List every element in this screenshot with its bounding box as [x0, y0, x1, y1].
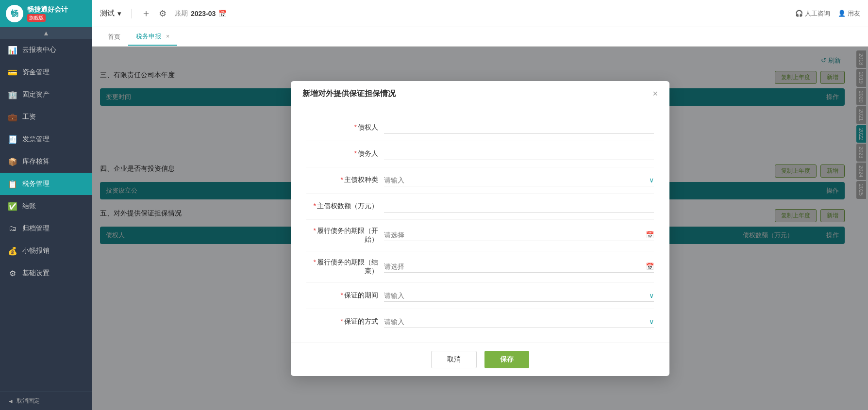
form-row-guarantee-period: *保证的期间 ∨	[306, 283, 654, 309]
add-button[interactable]: ＋	[141, 7, 151, 20]
sidebar-collapse-icon: ◄	[8, 398, 14, 405]
tab-close-icon[interactable]: ×	[166, 33, 170, 40]
sidebar-label-archive-mgmt: 归档管理	[22, 224, 50, 233]
sidebar-icon-xiaochang: 💰	[8, 246, 17, 256]
sidebar-icon-tax-mgmt: 📋	[8, 179, 17, 189]
modal-close-button[interactable]: ×	[652, 89, 658, 98]
sidebar-item-basic-settings[interactable]: ⚙ 基础设置	[0, 262, 92, 284]
select-guarantee-period-input[interactable]	[384, 292, 649, 299]
required-mark-7: *	[341, 291, 343, 299]
sidebar-item-xiaochang[interactable]: 💰 小畅报销	[0, 240, 92, 262]
date-start-input[interactable]	[384, 231, 646, 239]
support-label: 人工咨询	[805, 9, 830, 18]
sidebar-icon-inventory: 📦	[8, 157, 17, 166]
sidebar-label-salary: 工资	[22, 113, 36, 121]
user-icon: 👤	[838, 10, 846, 17]
sidebar-label-xiaochang: 小畅报销	[22, 246, 50, 255]
form-row-debtor: *债务人	[306, 141, 654, 167]
required-mark-6: *	[314, 258, 316, 266]
topbar-divider	[131, 9, 132, 18]
sidebar-collapse-label: 取消固定	[17, 397, 40, 405]
chevron-down-icon-debt-type[interactable]: ∨	[649, 176, 654, 184]
sidebar-header: 畅 畅捷通好会计 旗舰版	[0, 0, 92, 27]
select-debt-type[interactable]: ∨	[384, 174, 654, 186]
tab-home[interactable]: 首页	[100, 29, 128, 45]
sidebar-label-basic-settings: 基础设置	[22, 269, 50, 278]
sidebar-label-fixed-assets: 固定资产	[22, 90, 50, 99]
sidebar-nav: 📊 云报表中心 💳 资金管理 🏢 固定资产 💼 工资 🧾 发票管理 📦 库存核算…	[0, 39, 92, 392]
sidebar-item-inventory[interactable]: 📦 库存核算	[0, 150, 92, 173]
label-creditor: *债权人	[306, 123, 384, 132]
logo-icon: 畅	[6, 5, 23, 22]
modal-header: 新增对外提供保证担保情况 ×	[291, 81, 669, 107]
calendar-icon[interactable]: 📅	[218, 10, 227, 17]
sidebar-icon-archive-mgmt: 🗂	[8, 224, 17, 233]
sidebar-item-invoice-mgmt[interactable]: 🧾 发票管理	[0, 128, 92, 150]
period-label: 账期	[174, 9, 188, 18]
sidebar-item-cloud-reports[interactable]: 📊 云报表中心	[0, 39, 92, 61]
tab-tax-declaration[interactable]: 税务申报 ×	[128, 28, 177, 46]
date-debt-start[interactable]: 📅	[384, 229, 654, 241]
content-tabs: 首页 税务申报 ×	[92, 27, 868, 47]
chevron-down-icon-guarantee-method[interactable]: ∨	[649, 318, 654, 326]
select-guarantee-method[interactable]: ∨	[384, 316, 654, 328]
input-debtor[interactable]	[384, 148, 654, 160]
sidebar-icon-settlement: ✅	[8, 201, 17, 211]
date-debt-end[interactable]: 📅	[384, 261, 654, 273]
sidebar: 畅 畅捷通好会计 旗舰版 ▲ 📊 云报表中心 💳 资金管理 🏢 固定资产 💼 工…	[0, 0, 92, 410]
required-mark-3: *	[341, 176, 343, 183]
save-button[interactable]: 保存	[484, 351, 529, 368]
sidebar-label-settlement: 结账	[22, 202, 36, 211]
form-row-debt-amount: *主债权数额（万元）	[306, 194, 654, 220]
main-area: 测试 ▾ ＋ ⚙ 账期 2023-03 📅 🎧 人工咨询 👤 用友	[92, 0, 868, 410]
period-selector[interactable]: 账期 2023-03 📅	[174, 9, 227, 18]
sidebar-icon-basic-settings: ⚙	[8, 268, 17, 278]
modal-body[interactable]: *债权人 *债务人	[291, 107, 669, 343]
select-debt-type-input[interactable]	[384, 176, 649, 184]
sidebar-label-fund-mgmt: 资金管理	[22, 68, 50, 77]
settings-button[interactable]: ⚙	[159, 8, 167, 19]
sidebar-icon-fund-mgmt: 💳	[8, 67, 17, 77]
chevron-down-icon-guarantee-period[interactable]: ∨	[649, 292, 654, 299]
sidebar-label-tax-mgmt: 税务管理	[22, 180, 50, 188]
sidebar-item-salary[interactable]: 💼 工资	[0, 106, 92, 128]
user-menu[interactable]: 👤 用友	[838, 9, 860, 18]
sidebar-badge: 旗舰版	[27, 14, 46, 22]
sidebar-item-archive-mgmt[interactable]: 🗂 归档管理	[0, 217, 92, 240]
cancel-button[interactable]: 取消	[431, 351, 477, 368]
select-guarantee-period[interactable]: ∨	[384, 290, 654, 302]
sidebar-label-cloud-reports: 云报表中心	[22, 46, 56, 54]
label-debt-end: *履行债务的期限（结束）	[306, 258, 384, 276]
content-area: ↺ 刷新 三、有限责任公司本年度 复制上年度 新增 变更时间 操作	[92, 47, 868, 410]
company-selector[interactable]: 测试 ▾	[100, 9, 121, 18]
modal-footer: 取消 保存	[291, 343, 669, 376]
input-debt-amount[interactable]	[384, 200, 654, 213]
sidebar-bottom-toggle[interactable]: ◄ 取消固定	[0, 392, 92, 410]
sidebar-icon-salary: 💼	[8, 112, 17, 122]
calendar-start-icon[interactable]: 📅	[646, 231, 654, 239]
select-guarantee-method-input[interactable]	[384, 318, 649, 326]
sidebar-item-fund-mgmt[interactable]: 💳 资金管理	[0, 61, 92, 83]
sidebar-scroll-up[interactable]: ▲	[0, 27, 92, 39]
required-mark-8: *	[341, 317, 343, 325]
sidebar-item-settlement[interactable]: ✅ 结账	[0, 195, 92, 217]
modal-dialog: 新增对外提供保证担保情况 × *债权人	[291, 81, 669, 376]
label-debt-type: *主债权种类	[306, 176, 384, 184]
required-mark: *	[354, 123, 357, 131]
period-value: 2023-03	[191, 10, 216, 17]
topbar-right: 🎧 人工咨询 👤 用友	[795, 9, 860, 18]
tab-tax-label: 税务申报	[136, 33, 161, 40]
sidebar-label-invoice-mgmt: 发票管理	[22, 135, 50, 144]
calendar-end-icon[interactable]: 📅	[646, 262, 654, 270]
company-dropdown-icon: ▾	[117, 9, 121, 18]
label-debt-start: *履行债务的期限（开始）	[306, 227, 384, 244]
date-end-input[interactable]	[384, 262, 646, 270]
sidebar-item-fixed-assets[interactable]: 🏢 固定资产	[0, 83, 92, 106]
sidebar-item-tax-mgmt[interactable]: 📋 税务管理	[0, 173, 92, 195]
form-row-creditor: *债权人	[306, 115, 654, 141]
topbar: 测试 ▾ ＋ ⚙ 账期 2023-03 📅 🎧 人工咨询 👤 用友	[92, 0, 868, 27]
input-creditor[interactable]	[384, 122, 654, 134]
support-button[interactable]: 🎧 人工咨询	[795, 9, 830, 18]
label-guarantee-method: *保证的方式	[306, 317, 384, 326]
required-mark-2: *	[354, 149, 357, 157]
